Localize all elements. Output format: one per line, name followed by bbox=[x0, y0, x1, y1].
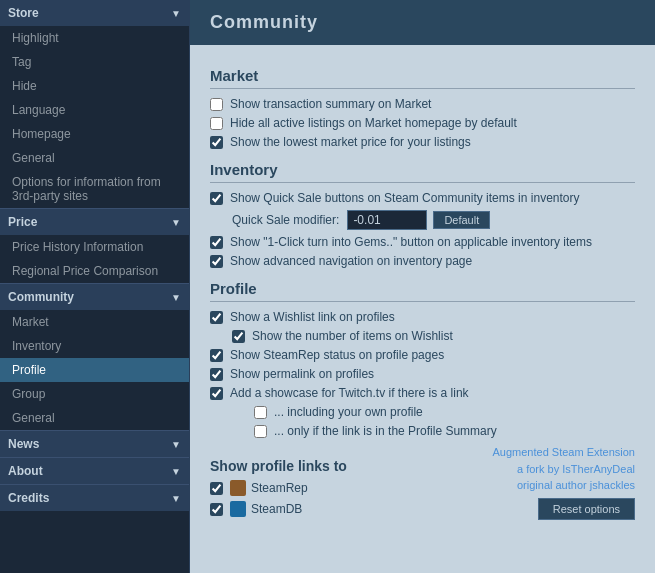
inventory-cb-gems-input[interactable] bbox=[210, 236, 223, 249]
sidebar-section-credits[interactable]: Credits ▼ bbox=[0, 484, 189, 511]
market-checkbox-transaction[interactable]: Show transaction summary on Market bbox=[210, 97, 635, 111]
chevron-down-icon: ▼ bbox=[171, 8, 181, 19]
main-content: Community Market Show transaction summar… bbox=[190, 0, 655, 573]
sidebar-item-price-history[interactable]: Price History Information bbox=[0, 235, 189, 259]
sidebar-section-store[interactable]: Store ▼ bbox=[0, 0, 189, 26]
sidebar-item-highlight[interactable]: Highlight bbox=[0, 26, 189, 50]
sidebar: Store ▼ Highlight Tag Hide Language Home… bbox=[0, 0, 190, 573]
market-cb-lowest-price-input[interactable] bbox=[210, 136, 223, 149]
sidebar-item-group[interactable]: Group bbox=[0, 382, 189, 406]
sidebar-item-hide[interactable]: Hide bbox=[0, 74, 189, 98]
profile-checkbox-twitch[interactable]: Add a showcase for Twitch.tv if there is… bbox=[210, 386, 635, 400]
augment-link: Augmented Steam Extension a fork by IsTh… bbox=[493, 444, 635, 494]
market-cb-transaction-input[interactable] bbox=[210, 98, 223, 111]
profile-cb-own-profile-label: ... including your own profile bbox=[274, 405, 423, 419]
chevron-down-icon: ▼ bbox=[171, 292, 181, 303]
profile-checkbox-own-profile[interactable]: ... including your own profile bbox=[254, 405, 635, 419]
sidebar-section-store-items: Highlight Tag Hide Language Homepage Gen… bbox=[0, 26, 189, 208]
sidebar-section-about[interactable]: About ▼ bbox=[0, 457, 189, 484]
market-cb-lowest-price-label: Show the lowest market price for your li… bbox=[230, 135, 471, 149]
sidebar-section-price[interactable]: Price ▼ bbox=[0, 208, 189, 235]
chevron-down-icon: ▼ bbox=[171, 439, 181, 450]
sidebar-item-general-store[interactable]: General bbox=[0, 146, 189, 170]
market-cb-hide-listings-input[interactable] bbox=[210, 117, 223, 130]
profile-checkbox-wishlist-count[interactable]: Show the number of items on Wishlist bbox=[232, 329, 635, 343]
profile-cb-twitch-label: Add a showcase for Twitch.tv if there is… bbox=[230, 386, 469, 400]
profile-cb-steamrep-label: Show SteamRep status on profile pages bbox=[230, 348, 444, 362]
inventory-cb-quicksale-input[interactable] bbox=[210, 192, 223, 205]
sidebar-item-inventory[interactable]: Inventory bbox=[0, 334, 189, 358]
profile-cb-twitch-input[interactable] bbox=[210, 387, 223, 400]
market-checkbox-lowest-price[interactable]: Show the lowest market price for your li… bbox=[210, 135, 635, 149]
inventory-checkbox-quicksale[interactable]: Show Quick Sale buttons on Steam Communi… bbox=[210, 191, 635, 205]
sidebar-section-community[interactable]: Community ▼ bbox=[0, 283, 189, 310]
sidebar-section-community-label: Community bbox=[8, 290, 74, 304]
profile-cb-own-profile-input[interactable] bbox=[254, 406, 267, 419]
sidebar-section-price-items: Price History Information Regional Price… bbox=[0, 235, 189, 283]
show-profile-links-title: Show profile links to bbox=[210, 458, 347, 474]
inventory-checkbox-gems[interactable]: Show "1-Click turn into Gems.." button o… bbox=[210, 235, 635, 249]
show-profile-links-area: Show profile links to SteamRep SteamDB bbox=[210, 444, 347, 522]
sidebar-section-credits-label: Credits bbox=[8, 491, 49, 505]
sidebar-item-3rdparty[interactable]: Options for information from 3rd-party s… bbox=[0, 170, 189, 208]
steamdb-icon bbox=[230, 501, 246, 517]
market-cb-transaction-label: Show transaction summary on Market bbox=[230, 97, 431, 111]
profile-cb-steamrep-input[interactable] bbox=[210, 349, 223, 362]
sidebar-item-tag[interactable]: Tag bbox=[0, 50, 189, 74]
reset-options-button[interactable]: Reset options bbox=[538, 498, 635, 520]
sidebar-section-about-label: About bbox=[8, 464, 43, 478]
profile-cb-only-if-link-input[interactable] bbox=[254, 425, 267, 438]
profile-cb-wishlist-label: Show a Wishlist link on profiles bbox=[230, 310, 395, 324]
profile-cb-permalink-label: Show permalink on profiles bbox=[230, 367, 374, 381]
inventory-section-title: Inventory bbox=[210, 161, 635, 183]
augment-sub1: a fork by IsTherAnyDeal bbox=[517, 463, 635, 475]
sidebar-section-community-items: Market Inventory Profile Group General bbox=[0, 310, 189, 430]
sidebar-item-homepage[interactable]: Homepage bbox=[0, 122, 189, 146]
profile-link-steamdb-label: SteamDB bbox=[251, 502, 302, 516]
market-section-title: Market bbox=[210, 67, 635, 89]
chevron-down-icon: ▼ bbox=[171, 493, 181, 504]
profile-checkbox-steamrep[interactable]: Show SteamRep status on profile pages bbox=[210, 348, 635, 362]
sidebar-item-profile[interactable]: Profile bbox=[0, 358, 189, 382]
content-area: Market Show transaction summary on Marke… bbox=[190, 45, 655, 542]
inventory-cb-nav-input[interactable] bbox=[210, 255, 223, 268]
chevron-down-icon: ▼ bbox=[171, 217, 181, 228]
footer-info: Augmented Steam Extension a fork by IsTh… bbox=[493, 444, 635, 520]
profile-cb-permalink-input[interactable] bbox=[210, 368, 223, 381]
augment-extension-label: Augmented Steam Extension bbox=[493, 446, 635, 458]
profile-checkbox-permalink[interactable]: Show permalink on profiles bbox=[210, 367, 635, 381]
sidebar-section-news[interactable]: News ▼ bbox=[0, 430, 189, 457]
modifier-input[interactable] bbox=[347, 210, 427, 230]
profile-checkbox-wishlist[interactable]: Show a Wishlist link on profiles bbox=[210, 310, 635, 324]
profile-checkbox-only-if-link[interactable]: ... only if the link is in the Profile S… bbox=[254, 424, 635, 438]
sidebar-section-news-label: News bbox=[8, 437, 39, 451]
profile-link-steamdb-input[interactable] bbox=[210, 503, 223, 516]
sidebar-item-language[interactable]: Language bbox=[0, 98, 189, 122]
profile-cb-wishlist-count-input[interactable] bbox=[232, 330, 245, 343]
profile-link-steamdb[interactable]: SteamDB bbox=[210, 501, 347, 517]
inventory-cb-quicksale-label: Show Quick Sale buttons on Steam Communi… bbox=[230, 191, 580, 205]
steamrep-icon bbox=[230, 480, 246, 496]
inventory-cb-nav-label: Show advanced navigation on inventory pa… bbox=[230, 254, 472, 268]
modifier-default-button[interactable]: Default bbox=[433, 211, 490, 229]
sidebar-item-regional-price[interactable]: Regional Price Comparison bbox=[0, 259, 189, 283]
chevron-down-icon: ▼ bbox=[171, 466, 181, 477]
profile-cb-wishlist-count-label: Show the number of items on Wishlist bbox=[252, 329, 453, 343]
profile-link-steamrep-label: SteamRep bbox=[251, 481, 308, 495]
profile-cb-wishlist-input[interactable] bbox=[210, 311, 223, 324]
market-checkbox-hide-listings[interactable]: Hide all active listings on Market homep… bbox=[210, 116, 635, 130]
profile-cb-only-if-link-label: ... only if the link is in the Profile S… bbox=[274, 424, 497, 438]
augment-sub2: original author jshackles bbox=[517, 479, 635, 491]
sidebar-section-store-label: Store bbox=[8, 6, 39, 20]
sidebar-item-general-community[interactable]: General bbox=[0, 406, 189, 430]
modifier-row: Quick Sale modifier: Default bbox=[232, 210, 635, 230]
sidebar-section-price-label: Price bbox=[8, 215, 37, 229]
sidebar-item-market[interactable]: Market bbox=[0, 310, 189, 334]
profile-link-steamrep[interactable]: SteamRep bbox=[210, 480, 347, 496]
profile-link-steamrep-input[interactable] bbox=[210, 482, 223, 495]
profile-section-title: Profile bbox=[210, 280, 635, 302]
market-cb-hide-listings-label: Hide all active listings on Market homep… bbox=[230, 116, 517, 130]
inventory-checkbox-nav[interactable]: Show advanced navigation on inventory pa… bbox=[210, 254, 635, 268]
modifier-label: Quick Sale modifier: bbox=[232, 213, 339, 227]
inventory-cb-gems-label: Show "1-Click turn into Gems.." button o… bbox=[230, 235, 592, 249]
